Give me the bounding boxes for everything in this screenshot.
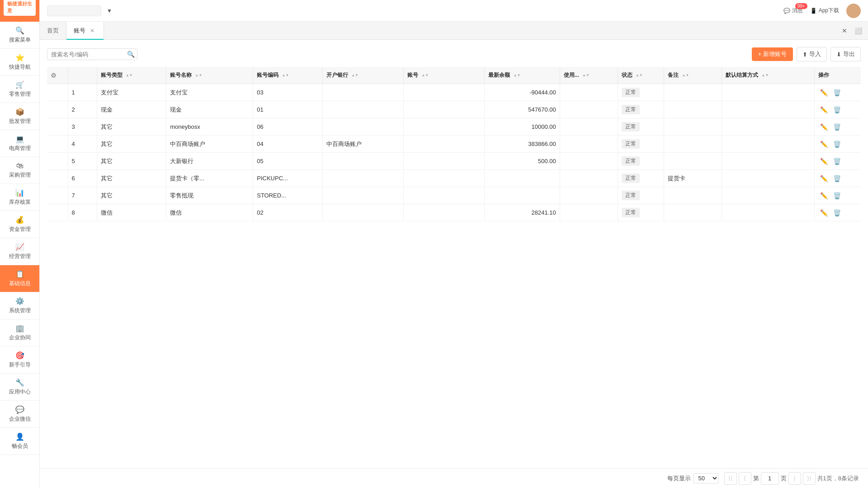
sidebar-item-purchase[interactable]: 🛍采购管理 [0,157,39,184]
edit-button-7[interactable]: ✏️ [818,208,830,217]
cell-status-2: 正常 [618,118,664,136]
table-row: 7 其它 零售抵现 STORED... 正常 ✏️ 🗑️ [47,187,861,204]
cell-default-5 [722,170,815,187]
dropdown-arrow-icon: ▼ [107,8,112,14]
edit-button-5[interactable]: ✏️ [818,174,830,183]
delete-button-6[interactable]: 🗑️ [831,191,843,200]
finance-icon: 💰 [15,216,24,224]
col-balance-header[interactable]: 最新余额 ▲▼ [485,67,560,84]
sidebar-item-ecommerce[interactable]: 💻电商管理 [0,130,39,157]
tabbar-close-button[interactable]: ✕ [838,24,851,37]
page-size-select[interactable]: 102050100 [693,473,719,483]
sidebar-item-inventory[interactable]: 📊库存核算 [0,184,39,211]
per-page-label: 每页显示 [667,474,691,483]
sidebar-item-member[interactable]: 👤畅会员 [0,428,39,455]
cell-status-0: 正常 [618,84,664,101]
import-button[interactable]: ⬆ 导入 [797,47,827,61]
cell-name-6: 零售抵现 [166,187,253,204]
cell-type-7: 微信 [97,204,166,221]
sort-icon: ▲▼ [762,73,769,77]
sidebar-item-basic[interactable]: 📋基础信息 [0,265,39,292]
cell-balance-1: 547670.00 [485,101,560,118]
sidebar-nav: 🔍搜索菜单⭐快捷导航🛒零售管理📦批发管理💻电商管理🛍采购管理📊库存核算💰资金管理… [0,22,39,488]
sidebar-item-label: 搜索菜单 [9,36,31,44]
user-avatar[interactable] [846,4,861,18]
search-input[interactable] [51,51,127,58]
sidebar-item-system[interactable]: ⚙️系统管理 [0,292,39,319]
col-account-header[interactable]: 账号 ▲▼ [404,67,485,84]
sidebar-item-operation[interactable]: 📈经营管理 [0,238,39,265]
cell-gear-1 [47,101,68,118]
col-note-header[interactable]: 备注 ▲▼ [664,67,722,84]
sidebar-item-finance[interactable]: 💰资金管理 [0,211,39,238]
cell-bank-5 [322,170,403,187]
page-goto-after: 页 [781,474,787,483]
status-badge: 正常 [622,208,640,217]
cell-use-0 [560,84,618,101]
col-default-header[interactable]: 默认结算方式 ▲▼ [722,67,815,84]
sidebar-item-retail[interactable]: 🛒零售管理 [0,76,39,103]
export-button[interactable]: ⬇ 导出 [830,47,861,61]
cell-default-0 [722,84,815,101]
purchase-icon: 🛍 [16,162,24,170]
tab-home[interactable]: 首页 [40,22,66,40]
cell-name-3: 中百商场账户 [166,136,253,153]
sidebar-item-apps[interactable]: 🔧应用中心 [0,374,39,401]
sidebar-item-label: 经营管理 [9,253,31,260]
cell-default-1 [722,101,815,118]
page-input[interactable] [761,472,779,485]
sidebar-item-guide[interactable]: 🎯新手引导 [0,347,39,374]
prev-page-button[interactable]: ⟨ [739,472,751,485]
sidebar-item-enterprise[interactable]: 🏢企业协同 [0,319,39,347]
tab-close-account[interactable]: ✕ [88,27,96,35]
add-account-button[interactable]: + 新增账号 [752,47,793,61]
sidebar-item-search[interactable]: 🔍搜索菜单 [0,22,39,49]
cell-default-7 [722,204,815,221]
delete-button-0[interactable]: 🗑️ [831,88,843,97]
tabbar-maximize-button[interactable]: ⬜ [852,24,864,37]
delete-button-4[interactable]: 🗑️ [831,157,843,166]
account-table: ⚙ 账号类型 ▲▼ 账号名称 ▲▼ 账号编码 ▲▼ [47,67,861,221]
edit-button-0[interactable]: ✏️ [818,88,830,97]
col-code-header[interactable]: 账号编码 ▲▼ [253,67,323,84]
first-page-button[interactable]: ⟨⟨ [724,472,737,485]
col-type-header[interactable]: 账号类型 ▲▼ [97,67,166,84]
table-row: 8 微信 微信 02 28241.10 正常 ✏️ 🗑️ [47,204,861,221]
col-status-header[interactable]: 状态 ▲▼ [618,67,664,84]
delete-button-2[interactable]: 🗑️ [831,122,843,131]
sidebar-item-wechat[interactable]: 💬企业微信 [0,401,39,428]
cell-gear-7 [47,204,68,221]
edit-button-4[interactable]: ✏️ [818,157,830,166]
sidebar-item-label: 零售管理 [9,90,31,98]
col-name-header[interactable]: 账号名称 ▲▼ [166,67,253,84]
edit-button-2[interactable]: ✏️ [818,122,830,131]
message-button[interactable]: 💬 消息 99+ [783,7,803,14]
topbar-search-input[interactable] [47,5,101,16]
sidebar-item-label: 库存核算 [9,198,31,206]
status-badge: 正常 [622,122,640,131]
col-bank-header[interactable]: 开户银行 ▲▼ [322,67,403,84]
sidebar-item-quicknav[interactable]: ⭐快捷导航 [0,49,39,76]
app-download-button[interactable]: 📱 App下载 [810,7,839,14]
topbar-dropdown[interactable]: ▼ [107,8,112,14]
cell-code-1: 01 [253,101,323,118]
tabbar-actions: ✕ ⬜ [838,22,868,40]
sort-icon: ▲▼ [682,73,689,77]
next-page-button[interactable]: ⟩ [788,472,801,485]
col-use-header[interactable]: 使用... ▲▼ [560,67,618,84]
settings-icon[interactable]: ⚙ [51,72,57,79]
delete-button-5[interactable]: 🗑️ [831,174,843,183]
edit-button-3[interactable]: ✏️ [818,140,830,149]
last-page-button[interactable]: ⟩⟩ [803,472,816,485]
delete-button-3[interactable]: 🗑️ [831,140,843,149]
edit-button-1[interactable]: ✏️ [818,105,830,114]
message-icon: 💬 [783,8,790,14]
sidebar-item-wholesale[interactable]: 📦批发管理 [0,103,39,130]
cell-bank-7 [322,204,403,221]
edit-button-6[interactable]: ✏️ [818,191,830,200]
sort-icon: ▲▼ [582,73,590,77]
cell-status-1: 正常 [618,101,664,118]
tab-account[interactable]: 账号✕ [66,22,104,40]
delete-button-7[interactable]: 🗑️ [831,208,843,217]
delete-button-1[interactable]: 🗑️ [831,105,843,114]
